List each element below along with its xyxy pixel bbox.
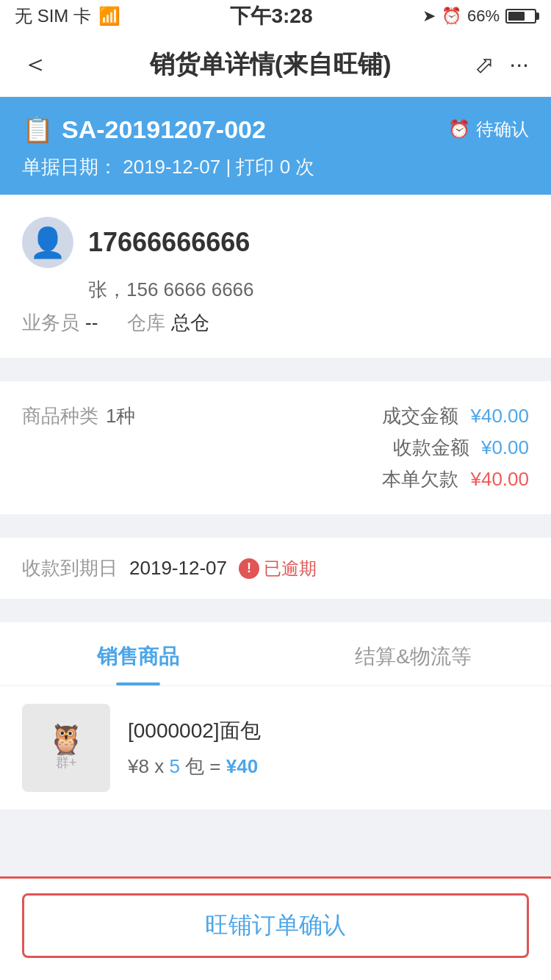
order-header: 📋 SA-20191207-002 ⏰ 待确认 单据日期： 2019-12-07… — [0, 97, 551, 195]
nav-bar: ＜ 销货单详情(来自旺铺) ⬀ ··· — [0, 32, 551, 97]
amount-value-1: ¥0.00 — [481, 436, 529, 459]
bottom-bar: 旺铺订单确认 — [0, 876, 551, 980]
equals-sign: = — [209, 755, 226, 777]
divider-2 — [0, 526, 551, 538]
status-clock-icon: ⏰ — [448, 119, 470, 140]
order-id-text: SA-20191207-002 — [62, 115, 266, 144]
warehouse-label: 仓库 — [127, 310, 165, 336]
due-date-value: 2019-12-07 — [129, 557, 227, 580]
confirm-button[interactable]: 旺铺订单确认 — [22, 893, 529, 958]
share-icon[interactable]: ⬀ — [475, 51, 494, 79]
amount-label-1: 收款金额 — [393, 435, 469, 461]
tabs-row: 销售商品 结算&物流等 — [0, 622, 551, 686]
amount-value-2: ¥40.00 — [470, 468, 529, 491]
order-date: 单据日期： 2019-12-07 | 打印 0 次 — [22, 154, 529, 180]
salesman-meta: 业务员 -- — [22, 310, 98, 336]
product-type-label: 商品种类 — [22, 403, 98, 429]
amount-row-0: 成交金额 ¥40.00 — [382, 403, 529, 429]
summary-left: 商品种类 1种 — [22, 403, 135, 429]
amount-value-0: ¥40.00 — [470, 405, 529, 428]
product-total: ¥40 — [226, 755, 258, 777]
order-status-text: 待确认 — [476, 118, 529, 141]
product-type-item: 商品种类 1种 — [22, 403, 135, 429]
amount-label-2: 本单欠款 — [382, 466, 458, 492]
location-icon: ➤ — [422, 7, 436, 26]
due-section: 收款到期日 2019-12-07 ! 已逾期 — [0, 538, 551, 599]
multiply-sign: x — [154, 755, 169, 777]
back-button[interactable]: ＜ — [22, 46, 66, 82]
status-right: ➤ ⏰ 66% — [422, 7, 536, 26]
unit-price: ¥8 — [128, 755, 149, 777]
product-qty: 5 — [169, 755, 179, 777]
more-icon[interactable]: ··· — [509, 51, 529, 78]
overdue-badge: ! 已逾期 — [239, 557, 317, 580]
amount-row-1: 收款金额 ¥0.00 — [393, 435, 529, 461]
wifi-icon: 📶 — [98, 6, 120, 26]
avatar-icon: 👤 — [29, 226, 66, 260]
order-icon: 📋 — [22, 115, 53, 144]
salesman-value: -- — [85, 311, 98, 334]
amount-label-0: 成交金额 — [382, 403, 458, 429]
customer-avatar: 👤 — [22, 217, 73, 268]
overdue-icon: ! — [239, 558, 259, 579]
battery-icon — [505, 9, 536, 24]
product-type-value: 1种 — [106, 403, 135, 429]
product-thumb-logo: 🦉 — [48, 724, 84, 754]
amount-row-2: 本单欠款 ¥40.00 — [382, 466, 529, 492]
product-thumbnail: 🦉 群+ — [22, 704, 110, 792]
nav-actions: ⬀ ··· — [475, 51, 529, 79]
tab-products[interactable]: 销售商品 — [0, 622, 276, 685]
customer-name: 张，156 6666 6666 — [22, 277, 529, 303]
product-price: ¥8 x 5 包 = ¥40 — [128, 754, 529, 779]
tab-settlement[interactable]: 结算&物流等 — [276, 622, 551, 685]
page-title: 销货单详情(来自旺铺) — [150, 48, 392, 82]
product-info: [0000002]面包 ¥8 x 5 包 = ¥40 — [128, 717, 529, 779]
divider-1 — [0, 370, 551, 381]
product-name: [0000002]面包 — [128, 717, 529, 745]
due-label: 收款到期日 — [22, 555, 118, 581]
overdue-text: 已逾期 — [264, 557, 317, 580]
tabs-section: 销售商品 结算&物流等 🦉 群+ [0000002]面包 ¥8 x 5 包 — [0, 622, 551, 810]
battery-text: 66% — [467, 7, 500, 26]
order-status: ⏰ 待确认 — [448, 118, 529, 141]
warehouse-value: 总仓 — [171, 310, 209, 336]
order-id: 📋 SA-20191207-002 — [22, 115, 266, 144]
warehouse-meta: 仓库 总仓 — [127, 310, 209, 336]
alarm-icon: ⏰ — [442, 7, 461, 26]
status-left: 无 SIM 卡 📶 — [15, 4, 120, 28]
product-item: 🦉 群+ [0000002]面包 ¥8 x 5 包 = ¥40 — [22, 704, 529, 792]
divider-3 — [0, 610, 551, 622]
carrier-text: 无 SIM 卡 — [15, 4, 91, 28]
order-id-row: 📋 SA-20191207-002 ⏰ 待确认 — [22, 115, 529, 144]
status-bar: 无 SIM 卡 📶 下午3:28 ➤ ⏰ 66% — [0, 0, 551, 32]
product-thumb-brand: 群+ — [48, 754, 84, 771]
customer-phone: 17666666666 — [88, 227, 250, 258]
status-time: 下午3:28 — [230, 2, 312, 30]
unit-label: 包 — [185, 755, 204, 777]
salesman-label: 业务员 — [22, 310, 79, 336]
products-section: 🦉 群+ [0000002]面包 ¥8 x 5 包 = ¥40 — [0, 686, 551, 810]
customer-row: 👤 17666666666 — [22, 217, 529, 268]
customer-meta: 业务员 -- 仓库 总仓 — [22, 310, 529, 336]
customer-section: 👤 17666666666 张，156 6666 6666 业务员 -- 仓库 … — [0, 195, 551, 358]
summary-section: 商品种类 1种 成交金额 ¥40.00 收款金额 ¥0.00 本单欠款 ¥40.… — [0, 381, 551, 514]
summary-right: 成交金额 ¥40.00 收款金额 ¥0.00 本单欠款 ¥40.00 — [382, 403, 529, 492]
